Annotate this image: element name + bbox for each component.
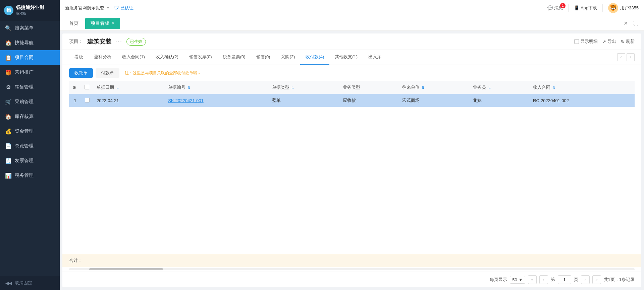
per-page-label: 每页显示 [490,277,507,283]
export-label: 导出 [607,39,616,45]
maximize-window-button[interactable]: ⛶ [632,20,640,27]
sidebar-item-label-inventory: 库存核算 [15,114,34,120]
table-row[interactable]: 1 2022-04-21 SK-20220421-001 蓝单 应收款 宏茂商场… [69,94,635,107]
sidebar-item-search[interactable]: 🔍 搜索菜单 [0,21,60,35]
per-page-select[interactable]: 50 ▼ [510,276,525,284]
th-doc-type[interactable]: 单据类型 ⇅ [269,81,339,94]
show-detail-action[interactable]: 显示明细 [574,39,598,45]
th-salesperson[interactable]: 业务员 ⇅ [470,81,530,94]
scrollbar-row [62,267,641,272]
scrollbar-thumb[interactable] [89,268,163,270]
subtab-other-income[interactable]: 其他收支(1) [329,50,363,65]
subtab-kanban[interactable]: 看板 [69,50,89,65]
table-wrap: ⚙ 单据日期 ⇅ 单据编号 ⇅ 单据类型 [62,81,641,254]
total-count-label: 共1页，1条记录 [604,277,635,283]
sidebar-item-inventory[interactable]: 🏠 库存核算 [0,109,60,124]
sidebar-item-sales[interactable]: ⚙ 销售管理 [0,80,60,94]
th-settings[interactable]: ⚙ [69,81,81,94]
subtab-profit[interactable]: 盈利分析 [89,50,117,65]
subtab-stock[interactable]: 出入库 [363,50,387,65]
td-biz-type: 应收款 [339,94,399,107]
th-partner[interactable]: 往来单位 ⇅ [399,81,470,94]
app-logo: 畅 [4,6,13,15]
row-checkbox[interactable] [85,98,90,102]
tax-icon: 📊 [5,172,11,178]
table-header: ⚙ 单据日期 ⇅ 单据编号 ⇅ 单据类型 [69,81,635,94]
subtab-receipt[interactable]: 收付款(4) [300,50,329,65]
finance-icon: 💰 [5,128,11,134]
subtab-income-contract[interactable]: 收入合同(1) [117,50,150,65]
subtab-sales-invoice[interactable]: 销售发票(0) [184,50,217,65]
subtab-tax-invoice[interactable]: 税务发票(0) [217,50,251,65]
th-biz-type: 业务类型 [339,81,399,94]
prev-page-button[interactable]: ‹ [539,275,548,284]
tab-home-label: 首页 [69,20,78,26]
content-area: 项目： 建筑安装 ··· 已生效 显示明细 ↗ 导出 ↻ 刷新 [62,33,641,287]
next-page-button[interactable]: › [581,275,590,284]
subtab-purchase[interactable]: 采购(2) [275,50,300,65]
th-doc-type-sort-icon: ⇅ [291,86,294,89]
subtab-sales[interactable]: 销售(0) [251,50,276,65]
account-selector[interactable]: 新服务官网演示账套 ▼ [65,5,110,11]
th-number-label: 单据编号 [168,85,185,90]
refresh-button[interactable]: ↻ 刷新 [621,39,635,45]
sidebar-item-shortcut[interactable]: 🏠 快捷导航 [0,35,60,50]
th-checkbox[interactable] [81,81,93,94]
subtab-income-confirm[interactable]: 收入确认(2) [150,50,184,65]
subtab-prev-button[interactable]: ‹ [617,53,625,61]
th-salesperson-sort-icon: ⇅ [488,86,491,89]
sidebar-unpin[interactable]: ◀◀ 取消固定 [0,276,60,290]
sidebar-item-ledger[interactable]: 📄 总账管理 [0,139,60,153]
export-button[interactable]: ↗ 导出 [602,39,616,45]
user-menu[interactable]: 🐯 用户3355 [608,3,639,13]
tab-home[interactable]: 首页 [64,18,84,29]
divider2 [602,4,603,12]
project-status-badge: 已生效 [126,38,146,46]
td-partner: 宏茂商场 [399,94,470,107]
message-button[interactable]: 💬 消息 1 [547,5,563,11]
th-date-sort-icon: ⇅ [116,86,119,89]
close-window-button[interactable]: ✕ [622,19,629,27]
message-badge: 1 [560,3,566,8]
sidebar-nav: 🔍 搜索菜单 🏠 快捷导航 📋 项目合同 🎁 营销推广 ⚙ 销售管理 🛒 采购管… [0,21,60,276]
show-detail-checkbox[interactable] [574,39,579,44]
sidebar-item-tax[interactable]: 📊 税务管理 [0,168,60,183]
tab-project-board[interactable]: 项目看板 ✕ [85,18,120,29]
sidebar-item-project[interactable]: 📋 项目合同 [0,50,60,65]
app-download-button[interactable]: 📱 App下载 [574,5,597,11]
topbar: 新服务官网演示账套 ▼ 🛡 已认证 💬 消息 1 📱 App下载 🐯 用户335… [60,0,644,16]
project-more-button[interactable]: ··· [115,38,122,45]
project-label: 项目： [69,39,83,45]
td-checkbox[interactable] [81,94,93,107]
sidebar-item-finance[interactable]: 💰 资金管理 [0,124,60,139]
divider [568,4,569,12]
sidebar-item-marketing[interactable]: 🎁 营销推广 [0,65,60,80]
doc-number-link[interactable]: SK-20220421-001 [168,98,204,103]
th-income-contract[interactable]: 收入合同 ⇅ [530,81,635,94]
th-number[interactable]: 单据编号 ⇅ [165,81,268,94]
page-suffix-label: 页 [574,277,578,283]
topbar-actions: 💬 消息 1 📱 App下载 🐯 用户3355 [547,3,639,13]
sidebar-item-label-purchase: 采购管理 [15,99,34,105]
first-page-button[interactable]: « [528,275,537,284]
page-number-input[interactable] [558,275,571,284]
first-page-icon: « [531,277,533,282]
sidebar-item-label-finance: 资金管理 [15,128,34,134]
sidebar-item-label-tax: 税务管理 [15,172,34,178]
tab-close-icon[interactable]: ✕ [111,21,115,25]
subtab-next-button[interactable]: › [627,53,635,61]
app-download-label: App下载 [581,5,597,11]
viewtab-receipt-label: 收款单 [74,70,88,75]
select-all-checkbox[interactable] [85,85,89,89]
last-page-button[interactable]: » [592,275,601,284]
th-date[interactable]: 单据日期 ⇅ [93,81,165,94]
subtabs: 看板盈利分析收入合同(1)收入确认(2)销售发票(0)税务发票(0)销售(0)采… [62,50,641,65]
sidebar-item-purchase[interactable]: 🛒 采购管理 [0,94,60,109]
marketing-icon: 🎁 [5,69,11,75]
sidebar-item-invoice[interactable]: 🧾 发票管理 [0,153,60,168]
viewtab-payment[interactable]: 付款单 [96,68,119,78]
viewtab-receipt[interactable]: 收款单 [69,68,93,78]
purchase-icon: 🛒 [5,99,11,105]
tab-bar: 首页 项目看板 ✕ ✕ ⛶ [60,16,644,31]
th-partner-sort-icon: ⇅ [422,86,424,89]
